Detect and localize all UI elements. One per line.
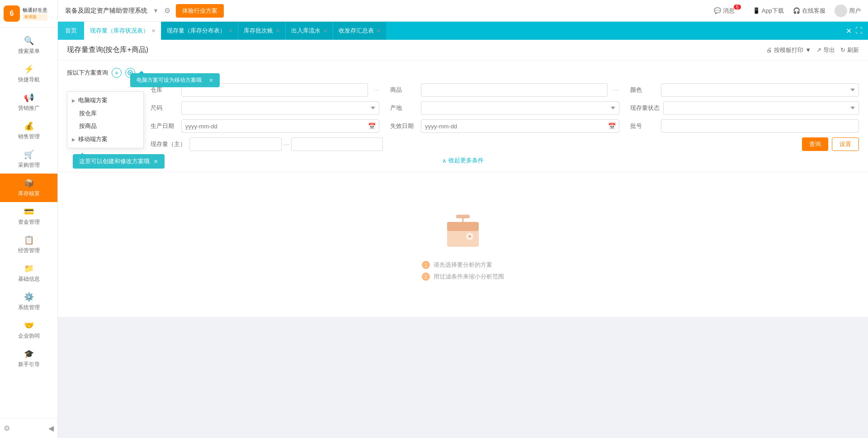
refresh-btn[interactable]: ↻ 刷新 <box>840 46 859 54</box>
sidebar-item-finance[interactable]: 💳 资金管理 <box>0 202 57 231</box>
tab-stock-status[interactable]: 现存量（库存状况表） ✕ <box>84 22 161 40</box>
tab-close-all-icon[interactable]: ✕ <box>846 27 852 35</box>
tab-stock-batch[interactable]: 库存批次账 ✕ <box>238 22 285 40</box>
scheme-item-warehouse[interactable]: 按仓库 <box>67 107 143 120</box>
batch-input[interactable] <box>661 119 859 133</box>
sidebar-item-inventory[interactable]: 📦 库存核算 <box>0 174 57 202</box>
size-label: 尺码 <box>151 104 178 112</box>
stock-main-to[interactable] <box>291 137 383 151</box>
filter-produce-date: 生产日期 📅 <box>151 119 379 133</box>
collapse-btn-label: 收起更多条件 <box>448 156 484 165</box>
expire-date-picker: 📅 <box>421 119 619 133</box>
sidebar-item-guide[interactable]: 🎓 新手引导 <box>0 344 57 373</box>
finance-icon: 💳 <box>24 207 34 217</box>
settings-icon[interactable]: ⚙ <box>4 424 10 433</box>
app-download-btn[interactable]: 📱 App下载 <box>753 7 784 15</box>
scheme-tooltip-arrow <box>139 70 144 74</box>
empty-step-1: 1 请先选择要分析的方案 <box>422 261 504 269</box>
sidebar-label-sales: 销售管理 <box>18 133 40 141</box>
print-btn[interactable]: 🖨 按模板打印 ▼ <box>766 46 811 54</box>
warehouse-dots[interactable]: ··· <box>373 86 379 94</box>
industry-btn[interactable]: 体验行业方案 <box>176 4 224 18</box>
tab-home[interactable]: 首页 <box>58 22 84 40</box>
collapse-btn[interactable]: ∧ 收起更多条件 <box>67 156 859 165</box>
search-btn[interactable]: 查询 <box>802 137 828 151</box>
sidebar-item-system[interactable]: ⚙️ 系统管理 <box>0 287 57 316</box>
settings-gear-icon[interactable]: ⚙ <box>164 6 170 15</box>
scheme-tree-pc[interactable]: ▶ 电脑端方案 <box>67 94 143 107</box>
sidebar-label-nav: 快捷导航 <box>18 76 40 84</box>
scheme-tree-mobile[interactable]: ▶ 移动端方案 <box>67 132 143 146</box>
filter-section: 按以下方案查询 + « <box>58 61 868 172</box>
empty-step-2-text: 用过滤条件来缩小分析范围 <box>434 273 504 281</box>
tab-stock-dist-close[interactable]: ✕ <box>228 28 232 34</box>
message-btn[interactable]: 💬 消息 6 <box>714 7 744 15</box>
color-select[interactable] <box>661 83 859 97</box>
sidebar-item-nav[interactable]: ⚡ 快捷导航 <box>0 60 57 88</box>
tab-collect-summary-close[interactable]: ✕ <box>377 28 381 34</box>
sidebar-label-system: 系统管理 <box>18 304 40 311</box>
tab-stock-dist[interactable]: 现存量（库存分布表） ✕ <box>161 22 238 40</box>
origin-select[interactable] <box>421 101 619 115</box>
scheme-tooltip-close[interactable]: ✕ <box>209 77 213 84</box>
scheme-item-goods[interactable]: 按商品 <box>67 120 143 132</box>
header-left: 装备及固定资产辅助管理系统 ▼ ⚙ 体验行业方案 <box>65 4 224 18</box>
reset-btn[interactable]: 设置 <box>832 137 859 151</box>
empty-svg-icon <box>436 208 490 254</box>
main-content: 装备及固定资产辅助管理系统 ▼ ⚙ 体验行业方案 💬 消息 6 📱 App下载 … <box>58 0 868 438</box>
add-scheme-btn[interactable]: + <box>112 68 122 78</box>
tab-stock-flow-close[interactable]: ✕ <box>323 28 327 34</box>
filter-grid-wrapper: 仓库 ··· 商品 ··· 颜色 <box>151 83 859 151</box>
empty-illustration <box>436 208 490 254</box>
message-label: 消息 <box>723 7 735 15</box>
page-actions: 🖨 按模板打印 ▼ ↗ 导出 ↻ 刷新 <box>766 46 859 54</box>
stock-state-select[interactable] <box>663 101 859 115</box>
goods-input[interactable] <box>421 83 608 97</box>
tab-collect-summary[interactable]: 收发存汇总表 ✕ <box>333 22 386 40</box>
scheme-tree-mobile-label: 移动端方案 <box>78 135 108 143</box>
sales-icon: 💰 <box>24 121 34 131</box>
tab-stock-flow[interactable]: 出入库流水 ✕ <box>285 22 333 40</box>
tab-fullscreen-icon[interactable]: ⛶ <box>855 27 863 35</box>
header-dropdown-icon[interactable]: ▼ <box>153 7 159 14</box>
collapse-sidebar-icon[interactable]: ◀ <box>48 424 54 433</box>
goods-label: 商品 <box>390 86 417 94</box>
empty-step-2: 2 用过滤条件来缩小分析范围 <box>422 273 504 281</box>
tab-bar: 首页 现存量（库存状况表） ✕ 现存量（库存分布表） ✕ 库存批次账 ✕ 出入库… <box>58 22 868 40</box>
produce-date-input[interactable] <box>181 119 379 133</box>
sidebar-item-enterprise[interactable]: 🤝 企业协同 <box>0 316 57 344</box>
stock-main-from[interactable] <box>189 137 282 151</box>
filter-origin: 产地 <box>390 101 619 115</box>
export-btn[interactable]: ↗ 导出 <box>816 46 835 54</box>
origin-label: 产地 <box>390 104 417 112</box>
sidebar-item-marketing[interactable]: 📢 营销推广 <box>0 88 57 117</box>
size-select[interactable] <box>181 101 379 115</box>
headset-icon: 🎧 <box>793 7 800 14</box>
sidebar-item-basic[interactable]: 📁 基础信息 <box>0 259 57 287</box>
sidebar-footer: ⚙ ◀ <box>0 418 57 438</box>
sidebar-label-search: 搜索菜单 <box>18 47 40 55</box>
produce-date-label: 生产日期 <box>151 122 178 130</box>
export-icon: ↗ <box>816 47 821 53</box>
filter-row-2: 尺码 产地 <box>151 101 859 115</box>
tab-stock-batch-close[interactable]: ✕ <box>276 28 280 34</box>
user-btn[interactable]: 用户 <box>835 5 861 17</box>
expire-date-input[interactable] <box>421 119 619 133</box>
tab-home-label: 首页 <box>65 27 77 35</box>
phone-icon: 📱 <box>753 7 760 14</box>
sidebar-item-purchase[interactable]: 🛒 采购管理 <box>0 145 57 174</box>
filter-expire-date: 失效日期 📅 <box>390 119 619 133</box>
guide-icon: 🎓 <box>24 349 34 359</box>
sidebar-item-operations[interactable]: 📋 经营管理 <box>0 231 57 259</box>
sidebar-item-sales[interactable]: 💰 销售管理 <box>0 117 57 145</box>
create-tooltip-close[interactable]: ✕ <box>153 158 158 165</box>
svg-rect-6 <box>456 215 470 218</box>
online-support-btn[interactable]: 🎧 在线客服 <box>793 7 826 15</box>
scheme-tree-pc-label: 电脑端方案 <box>78 96 108 104</box>
filter-row-1: 仓库 ··· 商品 ··· 颜色 <box>151 83 859 97</box>
sidebar-item-search[interactable]: 🔍 搜索菜单 <box>0 31 57 60</box>
tab-stock-status-close[interactable]: ✕ <box>151 28 156 34</box>
filter-action-btns: 查询 设置 <box>394 137 859 151</box>
sidebar-label-inventory: 库存核算 <box>18 190 40 198</box>
goods-dots[interactable]: ··· <box>613 86 619 94</box>
